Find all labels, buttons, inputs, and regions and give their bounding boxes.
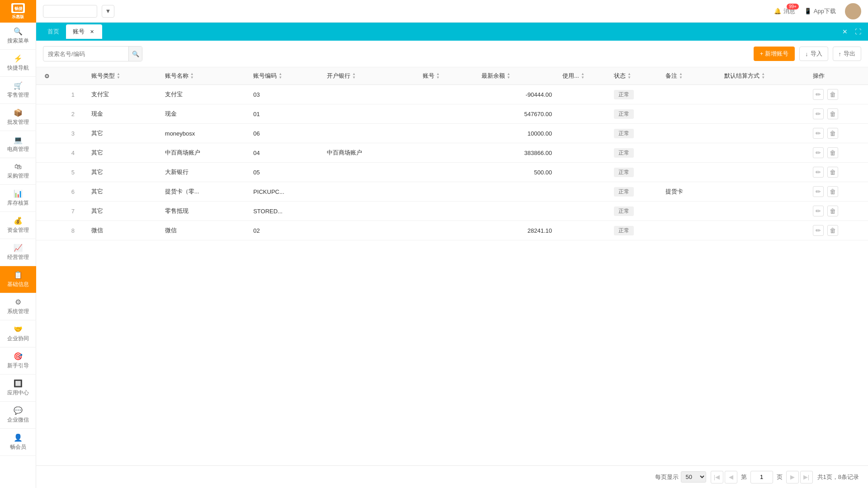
cell-type: 微信 — [88, 221, 161, 240]
cell-code: STORED... — [250, 202, 323, 221]
cell-type: 其它 — [88, 163, 161, 182]
edit-button[interactable]: ✏ — [813, 108, 824, 119]
notification-button[interactable]: 🔔 消息 99+ — [774, 7, 795, 15]
cell-account — [419, 85, 478, 104]
edit-button[interactable]: ✏ — [813, 206, 824, 216]
search-input[interactable] — [43, 48, 128, 60]
cell-balance: 28241.10 — [478, 221, 559, 240]
tab-home[interactable]: 首页 — [41, 24, 66, 39]
settings-icon[interactable]: ⚙ — [44, 73, 50, 80]
delete-button[interactable]: 🗑 — [827, 147, 838, 158]
user-avatar[interactable] — [845, 3, 861, 19]
cell-code: 04 — [250, 143, 323, 163]
app-download-button[interactable]: 📱 App下载 — [804, 7, 836, 15]
col-account[interactable]: 账号 ▲▼ — [419, 67, 478, 85]
page-first-button[interactable]: |◀ — [711, 471, 723, 483]
tab-expand-button[interactable]: ⛶ — [853, 26, 863, 37]
delete-button[interactable]: 🗑 — [827, 89, 838, 100]
app-download-label: App下载 — [814, 7, 836, 15]
import-icon: ↓ — [805, 51, 808, 57]
page-prev-button[interactable]: ◀ — [725, 471, 737, 483]
import-button[interactable]: ↓ 导入 — [799, 47, 828, 61]
cell-action: ✏ 🗑 — [809, 221, 868, 240]
sidebar-item-member[interactable]: 👤 畅会员 — [0, 429, 36, 456]
edit-button[interactable]: ✏ — [813, 225, 824, 236]
export-button[interactable]: ↑ 导出 — [833, 47, 862, 61]
bell-icon: 🔔 — [774, 8, 781, 14]
sidebar-item-contract[interactable]: 🤝 企业协同 — [0, 320, 36, 347]
add-account-button[interactable]: + 新增账号 — [754, 47, 795, 61]
cell-bank — [323, 124, 419, 143]
page-size-select[interactable]: 50 100 200 — [681, 471, 706, 483]
edit-button[interactable]: ✏ — [813, 89, 824, 100]
sidebar-item-system[interactable]: ⚙ 系统管理 — [0, 293, 36, 320]
finance-nav-icon: 💰 — [2, 216, 34, 225]
col-settings: ⚙ — [36, 67, 58, 85]
sidebar-item-operations[interactable]: 📈 经营管理 — [0, 239, 36, 266]
tab-account-close[interactable]: ✕ — [88, 28, 95, 35]
cell-index: 3 — [58, 124, 88, 143]
col-default[interactable]: 默认结算方式 ▲▼ — [721, 67, 809, 85]
sidebar-item-wholesale[interactable]: 📦 批发管理 — [0, 104, 36, 131]
tab-account[interactable]: 账号 ✕ — [66, 24, 102, 39]
delete-button[interactable]: 🗑 — [827, 128, 838, 139]
top-dropdown-button[interactable]: ▼ — [102, 5, 114, 18]
tab-home-label: 首页 — [47, 28, 59, 36]
cell-index: 5 — [58, 163, 88, 182]
sidebar-item-ecommerce[interactable]: 💻 电商管理 — [0, 131, 36, 158]
sidebar-item-purchase-label: 采购管理 — [2, 172, 34, 180]
page-last-button[interactable]: ▶| — [800, 471, 813, 483]
cell-usage — [559, 202, 610, 221]
search-wrap: 🔍 — [43, 46, 142, 61]
table-header-row: ⚙ 账号类型 ▲▼ 账号名称 ▲▼ — [36, 67, 868, 85]
delete-button[interactable]: 🗑 — [827, 167, 838, 178]
col-usage[interactable]: 使用... ▲▼ — [559, 67, 610, 85]
page-input[interactable] — [750, 471, 773, 483]
cell-action: ✏ 🗑 — [809, 143, 868, 163]
col-status[interactable]: 状态 ▲▼ — [610, 67, 662, 85]
cell-type: 其它 — [88, 182, 161, 202]
top-bar-left: ▼ — [43, 5, 114, 18]
sort-account-icon: ▲▼ — [436, 72, 440, 80]
sidebar-item-finance[interactable]: 💰 资金管理 — [0, 212, 36, 239]
cell-usage — [559, 85, 610, 104]
cell-balance: -90444.00 — [478, 85, 559, 104]
sidebar-item-ecommerce-label: 电商管理 — [2, 145, 34, 153]
sidebar-item-wechat[interactable]: 💬 企业微信 — [0, 402, 36, 429]
col-remark[interactable]: 备注 ▲▼ — [662, 67, 721, 85]
sort-name-icon: ▲▼ — [190, 72, 194, 80]
sidebar-item-appcenter[interactable]: 🔲 应用中心 — [0, 375, 36, 402]
sidebar-item-purchase[interactable]: 🛍 采购管理 — [0, 158, 36, 185]
col-type[interactable]: 账号类型 ▲▼ — [88, 67, 161, 85]
tab-close-all-button[interactable]: ✕ — [840, 26, 850, 37]
cell-status: 正常 — [610, 221, 662, 240]
edit-button[interactable]: ✏ — [813, 128, 824, 139]
edit-button[interactable]: ✏ — [813, 167, 824, 178]
delete-button[interactable]: 🗑 — [827, 108, 838, 119]
sidebar-item-search[interactable]: 🔍 搜索菜单 — [0, 23, 36, 50]
col-code[interactable]: 账号编码 ▲▼ — [250, 67, 323, 85]
sidebar-item-basic[interactable]: 📋 基础信息 — [0, 266, 36, 293]
col-bank[interactable]: 开户银行 ▲▼ — [323, 67, 419, 85]
col-balance[interactable]: 最新余额 ▲▼ — [478, 67, 559, 85]
cell-status: 正常 — [610, 85, 662, 104]
sidebar-item-newbie[interactable]: 🎯 新手引导 — [0, 347, 36, 375]
main-container: ▼ 🔔 消息 99+ 📱 App下载 首页 账号 ✕ ✕ ⛶ — [36, 0, 868, 488]
edit-button[interactable]: ✏ — [813, 147, 824, 158]
wechat-nav-icon: 💬 — [2, 406, 34, 415]
sidebar-item-retail[interactable]: 🛒 零售管理 — [0, 77, 36, 104]
sidebar-item-inventory[interactable]: 📊 库存核算 — [0, 185, 36, 212]
cell-status: 正常 — [610, 163, 662, 182]
sidebar-item-quick[interactable]: ⚡ 快捷导航 — [0, 50, 36, 77]
col-name[interactable]: 账号名称 ▲▼ — [161, 67, 250, 85]
delete-button[interactable]: 🗑 — [827, 186, 838, 197]
sidebar-item-wholesale-label: 批发管理 — [2, 118, 34, 126]
top-search-input[interactable] — [43, 5, 97, 18]
page-next-button[interactable]: ▶ — [786, 471, 799, 483]
ecommerce-nav-icon: 💻 — [2, 136, 34, 144]
delete-button[interactable]: 🗑 — [827, 206, 838, 216]
edit-button[interactable]: ✏ — [813, 186, 824, 197]
sort-balance-icon: ▲▼ — [507, 72, 510, 80]
delete-button[interactable]: 🗑 — [827, 225, 838, 236]
search-button[interactable]: 🔍 — [128, 47, 142, 61]
